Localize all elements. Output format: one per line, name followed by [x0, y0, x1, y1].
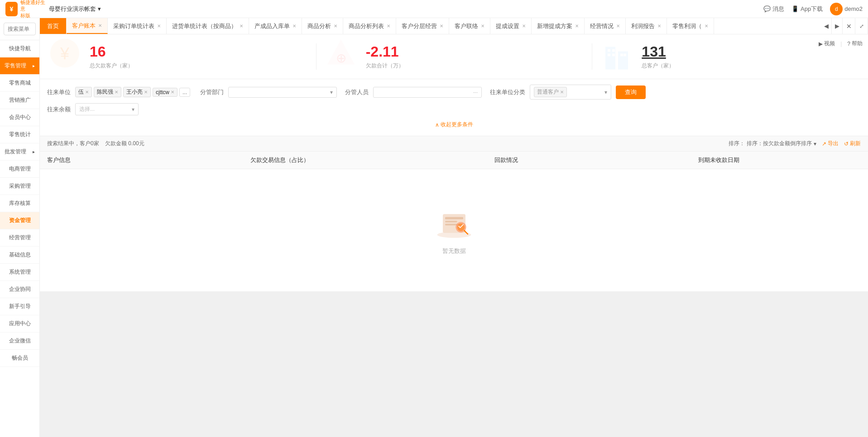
tab-home[interactable]: 首页	[40, 18, 67, 34]
col-header-customer: 客户信息	[47, 156, 250, 164]
empty-illustration	[432, 205, 477, 242]
tab-close-icon[interactable]: ✕	[522, 24, 526, 28]
tab-close-icon[interactable]: ✕	[240, 24, 243, 28]
tab-close-icon[interactable]: ✕	[387, 24, 390, 28]
tab-close-icon[interactable]: ✕	[440, 24, 443, 28]
balance-filter-label: 往来余额	[47, 105, 71, 114]
sidebar-item-retail-mgmt[interactable]: 零售管理 ▸	[0, 57, 39, 75]
tab-new-promote[interactable]: 新增提成方案 ✕	[532, 18, 585, 34]
sidebar-item-app-center[interactable]: 应用中心	[0, 315, 39, 332]
debt-bg-icon: ⊕	[325, 38, 357, 69]
unit-class-select[interactable]: 普通客户 ✕ ▾	[530, 85, 611, 100]
sidebar-item-enterprise-collab[interactable]: 企业协同	[0, 281, 39, 298]
stat-credit-total: ⊕ -2.11 欠款合计（万）	[316, 34, 592, 79]
unit-class-tag-close[interactable]: ✕	[560, 90, 564, 95]
video-link[interactable]: ▶ 视频	[819, 40, 835, 48]
tab-cost-inbound[interactable]: 产成品入库单 ✕	[249, 18, 302, 34]
nav-prev-button[interactable]: ◀	[821, 18, 832, 34]
svg-text:¥: ¥	[60, 44, 70, 63]
store-selector[interactable]: 母婴行业演示帐套 ▾	[49, 5, 101, 13]
nav-expand-button[interactable]: ⤢	[855, 18, 868, 34]
tab-close-icon[interactable]: ✕	[98, 23, 102, 28]
sidebar-item-inventory[interactable]: 库存核算	[0, 195, 39, 212]
tab-accounts[interactable]: 客户账本 ✕	[67, 18, 108, 34]
search-input[interactable]	[4, 23, 36, 35]
filter-area: 往来单位 伍 ✕ 陈民强 ✕ 王小亮 ✕ cjttcw ✕ ...	[40, 79, 868, 136]
sidebar-item-newbie-guide[interactable]: 新手引导	[0, 298, 39, 315]
balance-select[interactable]: 选择... ▾	[75, 103, 139, 115]
filter-more-button[interactable]: ...	[179, 88, 190, 97]
results-bar: 搜索结果中，客户0家 欠款金额 0.00元 排序： 排序：按欠款金额倒序排序 ▾…	[40, 136, 868, 152]
tab-product-analysis-list[interactable]: 商品分析列表 ✕	[343, 18, 396, 34]
tab-close-icon[interactable]: ✕	[481, 24, 484, 28]
query-button[interactable]: 查询	[616, 86, 646, 99]
ellipsis-icon: ···	[473, 89, 478, 95]
sort-select[interactable]: 排序： 排序：按欠款金额倒序排序 ▾	[729, 140, 816, 147]
sidebar-item-basic-info[interactable]: 基础信息	[0, 247, 39, 264]
sidebar-item-ecommerce[interactable]: 电商管理	[0, 161, 39, 178]
sidebar-item-marketing[interactable]: 营销推广	[0, 92, 39, 109]
tab-customer-contact[interactable]: 客户联络 ✕	[449, 18, 490, 34]
export-icon: ↗	[822, 141, 826, 147]
sidebar-item-finance[interactable]: 资金管理	[0, 212, 39, 229]
svg-rect-15	[445, 221, 457, 222]
tag-close-3[interactable]: ✕	[171, 90, 174, 95]
filter-tag-2: 王小亮 ✕	[123, 87, 151, 97]
sidebar-item-retail-stats[interactable]: 零售统计	[0, 126, 39, 143]
tab-customer-segment[interactable]: 客户分层经营 ✕	[396, 18, 449, 34]
sidebar-item-vip-member[interactable]: 畅会员	[0, 350, 39, 367]
unit-filter-label: 往来单位	[47, 88, 71, 96]
refresh-button[interactable]: ↺ 刷新	[844, 140, 861, 147]
credit-total-value: -2.11	[366, 43, 404, 60]
help-link[interactable]: ? 帮助	[847, 40, 863, 48]
tab-promote-settings[interactable]: 提成设置 ✕	[490, 18, 532, 34]
chevron-down-icon: ▾	[814, 141, 816, 147]
sidebar-item-member[interactable]: 会员中心	[0, 109, 39, 126]
empty-state: 暂无数据	[40, 169, 868, 291]
sidebar-item-purchase[interactable]: 采购管理	[0, 178, 39, 195]
staff-select[interactable]: ···	[373, 87, 482, 98]
filter-tags: 伍 ✕ 陈民强 ✕ 王小亮 ✕ cjttcw ✕ ...	[75, 87, 190, 97]
results-bar-right: 排序： 排序：按欠款金额倒序排序 ▾ ↗ 导出 ↺ 刷新	[729, 140, 861, 147]
sidebar-item-system[interactable]: 系统管理	[0, 264, 39, 281]
tag-close-0[interactable]: ✕	[85, 90, 89, 95]
tab-profit-report[interactable]: 利润报告 ✕	[626, 18, 667, 34]
tab-close-icon[interactable]: ✕	[705, 24, 708, 28]
tab-product-analysis[interactable]: 商品分析 ✕	[302, 18, 343, 34]
tab-close-icon[interactable]: ✕	[157, 24, 161, 28]
sidebar-item-enterprise-wechat[interactable]: 企业微信	[0, 332, 39, 350]
filter-tag-0: 伍 ✕	[75, 87, 92, 97]
filter-tag-1: 陈民强 ✕	[94, 87, 121, 97]
col-header-debt: 欠款交易信息（占比）	[250, 156, 494, 164]
chevron-down-icon: ▾	[604, 89, 607, 95]
tab-close-icon[interactable]: ✕	[293, 24, 296, 28]
tab-retail-profit[interactable]: 零售利润（ ✕	[667, 18, 714, 34]
user-profile[interactable]: d demo2	[830, 3, 863, 15]
nav-close-all-button[interactable]: ✕	[843, 18, 855, 34]
tab-close-icon[interactable]: ✕	[334, 24, 337, 28]
export-button[interactable]: ↗ 导出	[822, 140, 839, 147]
sort-label: 排序：	[729, 140, 745, 147]
sidebar-item-operations[interactable]: 经营管理	[0, 229, 39, 247]
collapse-button[interactable]: ∧ 收起更多条件	[435, 121, 473, 128]
tab-operation-status[interactable]: 经营情况 ✕	[585, 18, 626, 34]
svg-rect-9	[612, 54, 615, 57]
tab-purchase-orders[interactable]: 采购订单统计表 ✕	[108, 18, 167, 34]
nav-next-button[interactable]: ▶	[832, 18, 843, 34]
message-button[interactable]: 💬 消息	[763, 5, 784, 13]
tab-inbound-stats[interactable]: 进货单统计表（按商品） ✕	[167, 18, 249, 34]
filter-row-1: 往来单位 伍 ✕ 陈民强 ✕ 王小亮 ✕ cjttcw ✕ ...	[47, 85, 861, 100]
tag-close-1[interactable]: ✕	[115, 90, 118, 95]
unit-class-label: 往来单位分类	[490, 88, 525, 96]
dept-select[interactable]: ▾	[228, 87, 337, 98]
chevron-icon: ▸	[33, 149, 35, 154]
tab-close-icon[interactable]: ✕	[657, 24, 661, 28]
sidebar-item-retail-shop[interactable]: 零售商城	[0, 75, 39, 92]
app-download-button[interactable]: 📱 App下载	[791, 5, 823, 13]
tab-close-icon[interactable]: ✕	[616, 24, 620, 28]
sidebar-item-quick-nav[interactable]: 快捷导航	[0, 40, 39, 57]
video-help-area: ▶ 视频 | ? 帮助	[819, 40, 863, 48]
tag-close-2[interactable]: ✕	[144, 90, 148, 95]
tab-close-icon[interactable]: ✕	[575, 24, 579, 28]
sidebar-item-wholesale[interactable]: 批发管理 ▸	[0, 143, 39, 161]
